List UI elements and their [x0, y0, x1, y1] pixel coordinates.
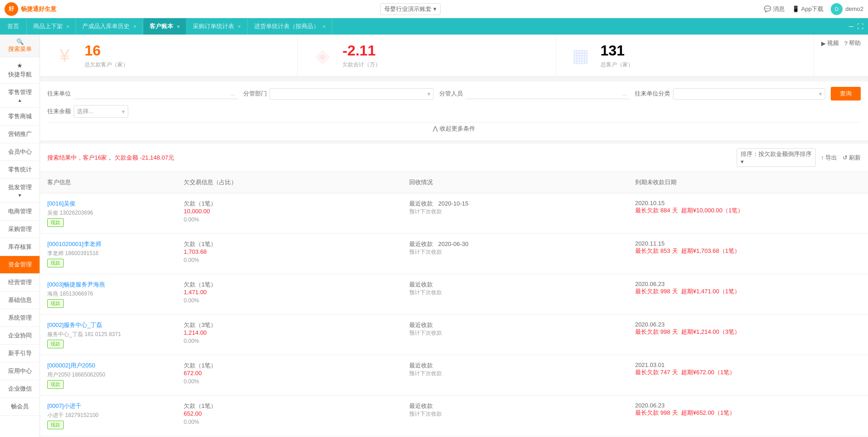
- overdue-amount-link[interactable]: 超期¥1,703.68（1笔）: [681, 247, 740, 254]
- balance-select[interactable]: 选择... ▾: [74, 105, 128, 118]
- sidebar-item-enterprise-collab[interactable]: 企业协同: [0, 327, 40, 345]
- tab-purchase-product-stats[interactable]: 进货单统计表（按商品） ×: [248, 18, 332, 35]
- customer-link[interactable]: [0007]小进千: [47, 402, 81, 409]
- overdue-amount-link[interactable]: 超期¥1,471.00（1笔）: [681, 288, 740, 295]
- last-collect-label: 最近收款: [409, 362, 433, 369]
- help-button[interactable]: ? 帮助: [844, 39, 861, 47]
- minimize-icon[interactable]: ─: [849, 23, 853, 30]
- sidebar-item-new-guide[interactable]: 新手引导: [0, 345, 40, 362]
- table-row: [0002]服务中心_丁磊 服务中心_丁磊 181 0125 8371 现款 欠…: [40, 315, 868, 355]
- customer-link[interactable]: [000002]用户2050: [47, 362, 95, 369]
- person-input[interactable]: ...: [466, 88, 630, 99]
- sidebar-item-system[interactable]: 系统管理: [0, 309, 40, 327]
- next-collect-label: 预计下次收款: [409, 410, 635, 418]
- sidebar-item-operations[interactable]: 经营管理: [0, 274, 40, 291]
- next-collect-label: 预计下次收款: [409, 370, 635, 377]
- tab-product-history[interactable]: 产成品入库单历史 ×: [76, 18, 143, 35]
- overdue-amount-link[interactable]: 超期¥10,000.00（1笔）: [681, 207, 743, 214]
- sidebar-nav: 零售管理 ▲ 零售商城 营销推广 会员中心 零售统计 批发管理 ▼ 电商管理: [0, 84, 40, 416]
- sidebar-item-marketing[interactable]: 营销推广: [0, 126, 40, 143]
- sidebar-item-enterprise-wechat[interactable]: 企业微信: [0, 380, 40, 398]
- close-icon[interactable]: ×: [133, 24, 136, 29]
- close-icon[interactable]: ×: [323, 24, 326, 29]
- debt-total-value: -2.11: [342, 42, 381, 59]
- table-row: [0001020001]李老师 李老师 18600391516 现款 欠款（1笔…: [40, 234, 868, 274]
- debt-count: 欠款（1笔）: [184, 240, 409, 248]
- category-select[interactable]: ▾: [673, 88, 825, 100]
- nav-tabs: 首页 商品上下架 × 产成品入库单历史 × 客户账本 × 采购订单统计表 × 进…: [0, 18, 868, 35]
- tab-product-status[interactable]: 商品上下架 ×: [27, 18, 76, 35]
- next-collect-label: 预计下次收款: [409, 208, 635, 216]
- sidebar-item-wholesale-mgmt[interactable]: 批发管理 ▼: [0, 179, 40, 203]
- customer-link[interactable]: [0003]畅捷服务尹海燕: [47, 281, 105, 288]
- total-customers-value: 131: [601, 42, 633, 59]
- sidebar-item-quick-nav[interactable]: ★ 快捷导航: [0, 57, 40, 84]
- sidebar-item-app-center[interactable]: 应用中心: [0, 362, 40, 380]
- last-collect-label: 最近收款: [409, 321, 433, 328]
- app-download-button[interactable]: 📱 App下载: [792, 5, 823, 13]
- due-date: 2020.06.23: [635, 281, 861, 287]
- customer-link[interactable]: [0001020001]李老师: [47, 241, 101, 247]
- tab-purchase-stats[interactable]: 采购订单统计表 ×: [186, 18, 247, 35]
- chevron-down-icon: ▾: [819, 90, 822, 97]
- debt-amount: 1,471.00: [184, 289, 409, 296]
- main-container: 🔍 搜索菜单 ★ 快捷导航 零售管理 ▲ 零售商城 营销推广 会员中心 零售统计: [0, 35, 868, 437]
- debt-percent: 0.00%: [184, 297, 409, 304]
- sidebar-item-member[interactable]: 畅会员: [0, 398, 40, 416]
- cell-due: 2021.03.01 最长欠款 747 天 超期¥672.00（1笔）: [635, 360, 861, 391]
- search-button[interactable]: 查询: [831, 87, 861, 100]
- top-right-actions: 💬 消息 📱 App下载 D demo2: [764, 3, 863, 15]
- sidebar-item-retail-mgmt[interactable]: 零售管理 ▲: [0, 84, 40, 108]
- sidebar-item-purchase-mgmt[interactable]: 采购管理: [0, 221, 40, 238]
- content-area: ¥ 16 总欠款客户（家） ◈ -2.11 欠款合计（万） ▦ 131 总客户（…: [40, 35, 868, 437]
- store-selector[interactable]: 母婴行业演示账套 ▾: [380, 3, 441, 15]
- cell-collect: 最近收款 预计下次收款: [409, 319, 635, 350]
- tab-home[interactable]: 首页: [0, 18, 27, 35]
- overdue-amount-link[interactable]: 超期¥1,214.00（3笔）: [681, 328, 740, 335]
- customer-tag: 现款: [47, 421, 64, 429]
- sidebar-item-finance[interactable]: 资金管理: [0, 256, 40, 274]
- diamond-icon: ◈: [309, 42, 336, 69]
- debt-count: 欠款（1笔）: [184, 281, 409, 289]
- user-menu[interactable]: D demo2: [831, 3, 863, 15]
- sort-select[interactable]: 排序：按欠款金额倒序排序 ▾: [737, 148, 816, 167]
- chevron-down-icon: ▲: [18, 98, 22, 103]
- collapse-filter-button[interactable]: ⋀ 收起更多条件: [47, 122, 861, 135]
- chevron-down-icon: ▾: [122, 108, 125, 115]
- sidebar-item-retail-mall[interactable]: 零售商城: [0, 108, 40, 126]
- phone-icon: 📱: [792, 5, 799, 12]
- customer-tag: 现款: [47, 299, 64, 308]
- export-button[interactable]: ↑ 导出: [821, 154, 838, 162]
- overdue-amount-link[interactable]: 超期¥652.00（1笔）: [681, 409, 735, 416]
- sidebar-item-retail-stats[interactable]: 零售统计: [0, 161, 40, 179]
- customer-phone: 用户2050 18665062050: [47, 371, 184, 379]
- customer-phone: 吴俊 13026203696: [47, 209, 184, 217]
- sidebar-item-basic-info[interactable]: 基础信息: [0, 291, 40, 309]
- last-collect-date: 2020-10-15: [438, 200, 469, 207]
- due-date: 2020.11.15: [635, 240, 861, 247]
- tab-customer-account[interactable]: 客户账本 ×: [143, 18, 186, 35]
- close-icon[interactable]: ×: [66, 24, 69, 29]
- close-icon[interactable]: ×: [177, 24, 180, 29]
- cell-debt: 欠款（3笔） 1,214.00 0.00%: [184, 319, 409, 350]
- view-help-area: ▶ 视频 ? 帮助: [814, 35, 868, 76]
- sidebar-item-member-center[interactable]: 会员中心: [0, 143, 40, 161]
- view-button[interactable]: ▶ 视频: [821, 39, 839, 47]
- sidebar-item-ecommerce[interactable]: 电商管理: [0, 203, 40, 221]
- customer-link[interactable]: [0002]服务中心_丁磊: [47, 321, 102, 328]
- messages-button[interactable]: 💬 消息: [764, 5, 785, 13]
- refresh-button[interactable]: ↺ 刷新: [843, 154, 861, 162]
- sidebar-item-inventory[interactable]: 库存核算: [0, 238, 40, 256]
- sidebar-search[interactable]: 🔍 搜索菜单: [0, 35, 40, 57]
- debt-percent: 0.00%: [184, 216, 409, 223]
- maximize-icon[interactable]: ⛶: [857, 23, 863, 30]
- next-collect-label: 预计下次收款: [409, 289, 635, 296]
- party-input[interactable]: ...: [74, 88, 238, 99]
- top-bar: 好 畅捷通好生意 母婴行业演示账套 ▾ 💬 消息 📱 App下载 D demo2: [0, 0, 868, 18]
- overdue-amount-link[interactable]: 超期¥672.00（1笔）: [681, 369, 735, 376]
- debt-percent: 0.00%: [184, 338, 409, 344]
- customer-link[interactable]: [0016]吴俊: [47, 200, 75, 207]
- department-select[interactable]: ▾: [270, 88, 434, 100]
- close-icon[interactable]: ×: [238, 24, 241, 29]
- building-icon: ▦: [567, 42, 594, 69]
